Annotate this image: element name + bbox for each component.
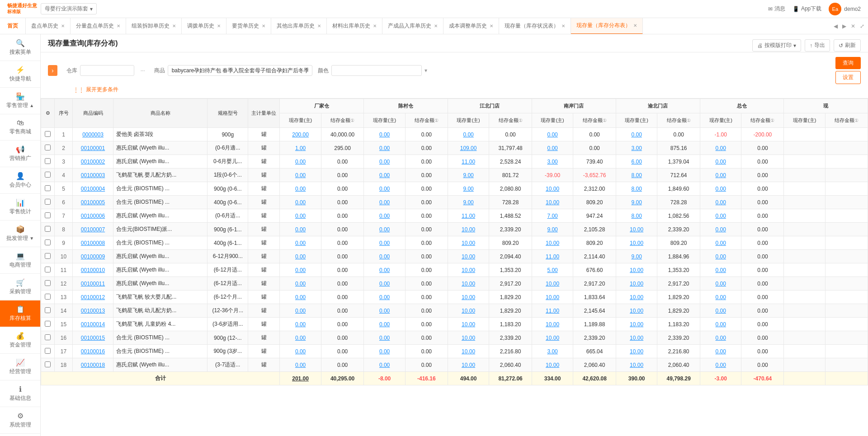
row-ybmd-qty[interactable]: 9.00 bbox=[616, 196, 657, 209]
row-zc-qty[interactable]: 0.00 bbox=[700, 345, 741, 358]
row-code[interactable]: 00100006 bbox=[73, 209, 113, 223]
row-namd-qty[interactable]: 10.00 bbox=[532, 196, 573, 209]
row-ccn-qty[interactable]: 0.00 bbox=[364, 304, 406, 318]
row-namd-qty[interactable]: 10.00 bbox=[532, 331, 573, 345]
row-namd-qty[interactable]: 3.00 bbox=[532, 345, 573, 358]
row-ccn-qty[interactable]: 0.00 bbox=[364, 291, 406, 304]
row-jbmd-qty[interactable]: 9.00 bbox=[448, 182, 489, 196]
row-jbmd-qty[interactable]: 10.00 bbox=[448, 304, 489, 318]
row-namd-qty[interactable]: 11.00 bbox=[532, 250, 573, 263]
row-checkbox[interactable] bbox=[41, 182, 55, 196]
sidebar-item-ecom[interactable]: 💻 电商管理 bbox=[0, 247, 40, 274]
row-jbmd-qty[interactable]: 10.00 bbox=[448, 250, 489, 263]
row-cjc-qty[interactable]: 0.00 bbox=[280, 345, 321, 358]
row-checkbox[interactable] bbox=[41, 169, 55, 182]
tab-next-btn[interactable]: ▶ bbox=[840, 23, 848, 29]
row-ccn-qty[interactable]: 0.00 bbox=[364, 277, 406, 291]
row-namd-qty[interactable]: 9.00 bbox=[532, 223, 573, 236]
warehouse-dots-btn[interactable]: ··· bbox=[137, 67, 149, 74]
row-zc-qty[interactable]: 0.00 bbox=[700, 263, 741, 277]
row-checkbox[interactable] bbox=[41, 291, 55, 304]
row-ybmd-qty[interactable]: 6.00 bbox=[616, 155, 657, 169]
tab-home[interactable]: 首页 bbox=[0, 18, 26, 34]
app-download-btn[interactable]: 📱 App下载 bbox=[793, 5, 821, 13]
row-code[interactable]: 00100015 bbox=[73, 331, 113, 345]
row-ccn-qty[interactable]: 0.00 bbox=[364, 141, 406, 155]
tab-close-icon[interactable]: ✕ bbox=[117, 23, 120, 28]
sidebar-item-nav[interactable]: ⚡ 快捷导航 bbox=[0, 61, 40, 88]
color-input[interactable] bbox=[331, 65, 422, 76]
tab-close-icon[interactable]: ✕ bbox=[61, 23, 65, 28]
tab-close-icon[interactable]: ✕ bbox=[490, 23, 493, 28]
row-ccn-qty[interactable]: 0.00 bbox=[364, 318, 406, 331]
row-cjc-qty[interactable]: 0.00 bbox=[280, 236, 321, 250]
sidebar-item-basic[interactable]: ℹ 基础信息 bbox=[0, 380, 40, 407]
row-jbmd-qty[interactable]: 10.00 bbox=[448, 358, 489, 372]
tab-close-all-btn[interactable]: ✕ bbox=[849, 23, 857, 29]
row-namd-qty[interactable]: 11.00 bbox=[532, 304, 573, 318]
row-cjc-qty[interactable]: 0.00 bbox=[280, 155, 321, 169]
row-namd-qty[interactable]: 10.00 bbox=[532, 318, 573, 331]
row-cjc-qty[interactable]: 0.00 bbox=[280, 209, 321, 223]
row-code[interactable]: 00100008 bbox=[73, 236, 113, 250]
row-zc-qty[interactable]: 0.00 bbox=[700, 358, 741, 372]
row-ccn-qty[interactable]: 0.00 bbox=[364, 331, 406, 345]
row-ybmd-qty[interactable]: 8.00 bbox=[616, 169, 657, 182]
row-ybmd-qty[interactable]: 9.00 bbox=[616, 250, 657, 263]
tab-close-icon[interactable]: ✕ bbox=[317, 23, 321, 28]
tab-prev-btn[interactable]: ◀ bbox=[832, 23, 840, 29]
row-checkbox[interactable] bbox=[41, 223, 55, 236]
row-checkbox[interactable] bbox=[41, 304, 55, 318]
row-zc-qty[interactable]: 0.00 bbox=[700, 182, 741, 196]
row-jbmd-qty[interactable]: 0.00 bbox=[448, 128, 489, 141]
row-checkbox[interactable] bbox=[41, 209, 55, 223]
row-namd-qty[interactable]: 10.00 bbox=[532, 182, 573, 196]
info-icon[interactable]: ① bbox=[519, 118, 523, 123]
row-zc-qty[interactable]: 0.00 bbox=[700, 141, 741, 155]
sidebar-item-purchase[interactable]: 🛒 采购管理 bbox=[0, 274, 40, 300]
sidebar-item-retail-stats[interactable]: 📊 零售统计 bbox=[0, 194, 40, 220]
query-btn[interactable]: 查询 bbox=[835, 57, 861, 69]
product-input[interactable] bbox=[168, 65, 312, 76]
sidebar-item-marketing[interactable]: 📢 营销推广 bbox=[0, 141, 40, 167]
row-checkbox[interactable] bbox=[41, 358, 55, 372]
row-jbmd-qty[interactable]: 10.00 bbox=[448, 263, 489, 277]
row-ybmd-qty[interactable]: 10.00 bbox=[616, 223, 657, 236]
row-namd-qty[interactable]: 10.00 bbox=[532, 277, 573, 291]
row-ybmd-qty[interactable]: 10.00 bbox=[616, 236, 657, 250]
sidebar-item-search[interactable]: 🔍 搜索英单 bbox=[0, 34, 40, 61]
footer-cjc-qty[interactable]: 201.00 bbox=[280, 372, 321, 385]
row-ccn-qty[interactable]: 0.00 bbox=[364, 250, 406, 263]
row-cjc-qty[interactable]: 0.00 bbox=[280, 263, 321, 277]
row-cjc-qty[interactable]: 0.00 bbox=[280, 291, 321, 304]
row-cjc-qty[interactable]: 200.00 bbox=[280, 128, 321, 141]
row-ybmd-qty[interactable]: 3.00 bbox=[616, 141, 657, 155]
row-jbmd-qty[interactable]: 10.00 bbox=[448, 223, 489, 236]
tab-zuhe[interactable]: 组装拆卸单历史 ✕ bbox=[126, 18, 182, 34]
row-ybmd-qty[interactable]: 10.00 bbox=[616, 318, 657, 331]
row-jbmd-qty[interactable]: 10.00 bbox=[448, 236, 489, 250]
row-ybmd-qty[interactable]: 8.00 bbox=[616, 182, 657, 196]
sidebar-item-system[interactable]: ⚙ 系统管理 bbox=[0, 407, 40, 434]
info-icon[interactable]: ① bbox=[687, 118, 691, 123]
row-checkbox[interactable] bbox=[41, 277, 55, 291]
tab-close-icon[interactable]: ✕ bbox=[217, 23, 221, 28]
row-ccn-qty[interactable]: 0.00 bbox=[364, 182, 406, 196]
row-cjc-qty[interactable]: 0.00 bbox=[280, 304, 321, 318]
company-selector[interactable]: 母婴行业演示陈套 ▾ bbox=[41, 3, 97, 14]
row-cjc-qty[interactable]: 1.00 bbox=[280, 141, 321, 155]
row-cjc-qty[interactable]: 0.00 bbox=[280, 318, 321, 331]
row-namd-qty[interactable]: 0.00 bbox=[532, 141, 573, 155]
tab-pandian[interactable]: 盘点单历史 ✕ bbox=[26, 18, 71, 34]
sidebar-item-inventory[interactable]: 📋 库存核算 bbox=[0, 300, 40, 327]
info-icon[interactable]: ① bbox=[854, 118, 859, 123]
row-namd-qty[interactable]: 7.00 bbox=[532, 209, 573, 223]
row-zc-qty[interactable]: 0.00 bbox=[700, 236, 741, 250]
row-jbmd-qty[interactable]: 10.00 bbox=[448, 291, 489, 304]
row-jbmd-qty[interactable]: 9.00 bbox=[448, 169, 489, 182]
row-checkbox[interactable] bbox=[41, 318, 55, 331]
row-code[interactable]: 0000003 bbox=[73, 128, 113, 141]
row-zc-qty[interactable]: 0.00 bbox=[700, 291, 741, 304]
tab-close-icon[interactable]: ✕ bbox=[561, 23, 565, 28]
row-ccn-qty[interactable]: 0.00 bbox=[364, 196, 406, 209]
